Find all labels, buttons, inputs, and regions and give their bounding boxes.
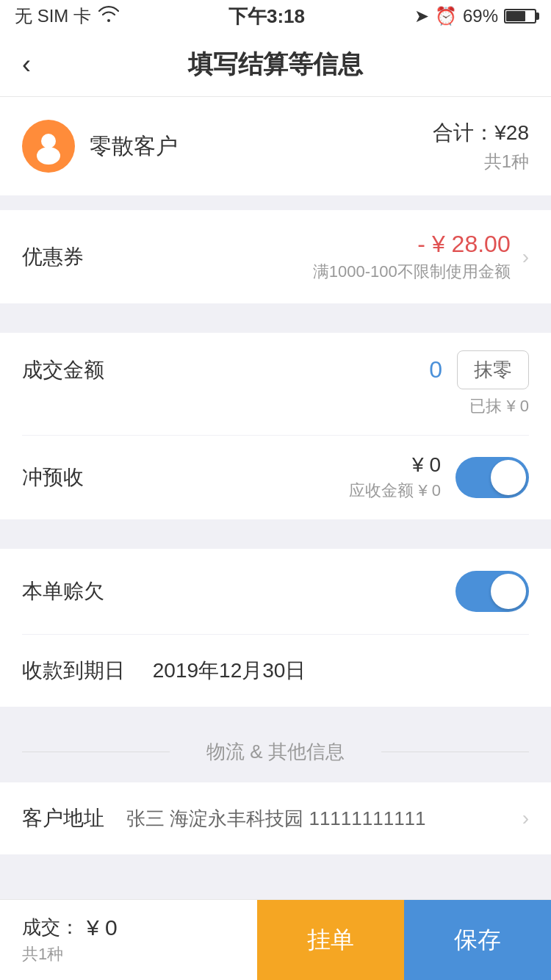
coupon-value: - ¥ 28.00: [313, 231, 511, 258]
credit-section: 本单赊欠 收款到期日 2019年12月30日: [0, 549, 551, 707]
prepayment-sub: 应收金额 ¥ 0: [349, 480, 441, 502]
coupon-sub-text: 满1000-100不限制使用金额: [313, 261, 511, 283]
deal-amount-value[interactable]: 0: [398, 356, 442, 383]
content: 零散客户 合计：¥28 共1种 优惠券 - ¥ 28.00 满1000-100不…: [0, 97, 551, 980]
address-value: 张三 海淀永丰科技园 11111111111: [126, 806, 522, 832]
credit-label: 本单赊欠: [22, 577, 104, 605]
battery-percent: 69%: [463, 6, 498, 26]
chevron-right-icon: ›: [522, 245, 529, 269]
deal-input-wrapper: 0 抹零: [398, 350, 529, 389]
deal-amount-section: 成交金额 0 抹零 已抹 ¥ 0 冲预收 ¥ 0 应收金额 ¥ 0: [0, 333, 551, 519]
coupon-section[interactable]: 优惠券 - ¥ 28.00 满1000-100不限制使用金额 ›: [0, 210, 551, 303]
prepayment-toggle[interactable]: [455, 457, 529, 498]
customer-left: 零散客户: [22, 120, 178, 173]
address-label: 客户地址: [22, 804, 104, 832]
deal-amount-row: 成交金额 0 抹零 已抹 ¥ 0: [0, 333, 551, 435]
prepayment-value: ¥ 0: [349, 453, 441, 477]
coupon-value-block: - ¥ 28.00 满1000-100不限制使用金额: [313, 231, 511, 283]
prepayment-label: 冲预收: [22, 464, 84, 491]
battery-icon: [504, 9, 536, 24]
divider-2: [0, 534, 551, 549]
customer-right: 合计：¥28 共1种: [433, 119, 529, 173]
divider-1: [0, 318, 551, 333]
coupon-row[interactable]: 优惠券 - ¥ 28.00 满1000-100不限制使用金额 ›: [0, 210, 551, 303]
bottom-deal-value: ¥ 0: [87, 915, 118, 940]
credit-toggle-knob: [491, 574, 526, 609]
status-right: ➤ ⏰ 69%: [414, 6, 536, 26]
deal-amount-sub: 已抹 ¥ 0: [22, 395, 529, 417]
bottom-deal-label: 成交：: [22, 915, 79, 940]
credit-toggle[interactable]: [455, 571, 529, 612]
coupon-label: 优惠券: [22, 243, 84, 271]
deal-amount-label: 成交金额: [22, 356, 104, 384]
customer-section: 零散客户 合计：¥28 共1种: [0, 97, 551, 195]
prepayment-row: 冲预收 ¥ 0 应收金额 ¥ 0: [0, 436, 551, 519]
bottom-deal: 成交： ¥ 0: [22, 915, 235, 940]
location-icon: ➤: [414, 6, 429, 26]
bottom-bar: 成交： ¥ 0 共1种 挂单 保存: [0, 899, 551, 980]
bottom-info: 成交： ¥ 0 共1种: [0, 915, 257, 965]
alarm-icon: ⏰: [435, 6, 457, 26]
section-label-text: 物流 & 其他信息: [206, 739, 345, 765]
customer-name: 零散客户: [90, 131, 178, 162]
bottom-buttons: 挂单 保存: [257, 900, 551, 980]
round-zero-button[interactable]: 抹零: [457, 350, 529, 389]
toggle-knob: [491, 460, 526, 495]
address-row[interactable]: 客户地址 张三 海淀永丰科技园 11111111111 ›: [0, 782, 551, 854]
bottom-count: 共1种: [22, 943, 235, 965]
due-date-value: 2019年12月30日: [153, 659, 306, 682]
page-title: 填写结算等信息: [188, 48, 363, 82]
status-left: 无 SIM 卡: [15, 4, 119, 28]
section-separator: 物流 & 其他信息: [0, 721, 551, 782]
address-chevron-icon: ›: [522, 807, 529, 830]
svg-point-1: [37, 147, 60, 165]
save-button[interactable]: 保存: [404, 900, 551, 980]
due-date-row: 收款到期日 2019年12月30日: [0, 635, 551, 707]
total-amount: 合计：¥28: [433, 119, 529, 147]
pending-button[interactable]: 挂单: [257, 900, 404, 980]
back-button[interactable]: ‹: [22, 49, 31, 80]
due-date-label: 收款到期日: [22, 659, 125, 682]
prepayment-values: ¥ 0 应收金额 ¥ 0: [349, 453, 441, 502]
deal-amount-top: 成交金额 0 抹零: [22, 350, 529, 389]
customer-avatar: [22, 120, 75, 173]
prepayment-right: ¥ 0 应收金额 ¥ 0: [349, 453, 529, 502]
credit-row: 本单赊欠: [0, 549, 551, 634]
svg-point-0: [41, 134, 56, 148]
total-count: 共1种: [433, 150, 529, 173]
no-sim-text: 无 SIM 卡: [15, 4, 91, 28]
status-bar: 无 SIM 卡 下午3:18 ➤ ⏰ 69%: [0, 0, 551, 32]
nav-bar: ‹ 填写结算等信息: [0, 32, 551, 97]
wifi-icon: [98, 6, 119, 26]
customer-row: 零散客户 合计：¥28 共1种: [0, 97, 551, 195]
status-time: 下午3:18: [228, 4, 305, 29]
address-section[interactable]: 客户地址 张三 海淀永丰科技园 11111111111 ›: [0, 782, 551, 854]
coupon-right: - ¥ 28.00 满1000-100不限制使用金额 ›: [313, 231, 529, 283]
